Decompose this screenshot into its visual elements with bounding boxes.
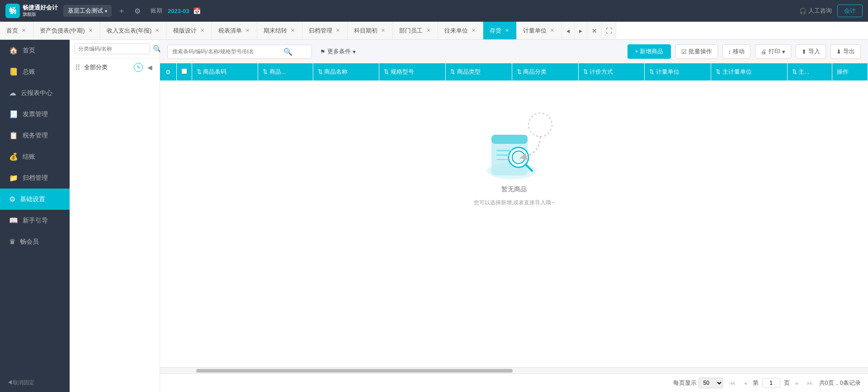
sidebar-item-ledger[interactable]: 📒 总账 <box>0 61 70 82</box>
sidebar-item-settle[interactable]: 💰 结账 <box>0 146 70 167</box>
tab-close-icon[interactable]: ✕ <box>21 27 27 34</box>
tab-unit[interactable]: 计量单位 ✕ <box>517 22 562 39</box>
category-all-item[interactable]: ⠿ 全部分类 ✎ ◀ <box>70 58 160 76</box>
col-unit[interactable]: ⇅ 计量单位 <box>645 63 711 80</box>
search-icon[interactable]: 🔍 <box>283 47 292 56</box>
empty-state: 暂无商品 您可以选择新增,或者直接导入哦~ <box>160 80 868 234</box>
tab-tax-list[interactable]: 税表清单 ✕ <box>212 22 257 39</box>
sidebar: 🏠 首页 📒 总账 ☁ 云报表中心 🧾 发票管理 📋 税务管理 💰 结账 📁 归… <box>0 40 70 392</box>
horizontal-scrollbar[interactable] <box>160 367 868 373</box>
table-area: 🔍 ⚑ 更多条件 ▾ + 新增商品 ☑ 批量操作 <box>160 40 868 392</box>
scrollbar-thumb[interactable] <box>196 369 513 373</box>
tab-label: 模版设计 <box>173 27 197 35</box>
move-button[interactable]: ↕ 移动 <box>722 44 751 59</box>
add-tab-button[interactable]: ＋ <box>115 5 128 18</box>
page-last-button[interactable]: ⏭ <box>805 378 816 387</box>
col-main-unit[interactable]: ⇅ 主计量单位 <box>711 63 788 80</box>
batch-operation-button[interactable]: ☑ 批量操作 <box>675 44 718 59</box>
sidebar-item-guide[interactable]: 📖 新手引导 <box>0 210 70 231</box>
tab-period-transfer[interactable]: 期末结转 ✕ <box>257 22 302 39</box>
tab-close-all-button[interactable]: ✕ <box>587 22 602 39</box>
table-settings-col[interactable]: ⚙ <box>160 63 176 80</box>
more-filter-button[interactable]: ⚑ 更多条件 ▾ <box>316 46 359 57</box>
tab-next-button[interactable]: ▸ <box>575 22 587 39</box>
export-button[interactable]: ⬇ 导出 <box>830 44 861 59</box>
tab-template[interactable]: 模版设计 ✕ <box>167 22 212 39</box>
sidebar-item-invoice[interactable]: 🧾 发票管理 <box>0 104 70 125</box>
tab-close-icon[interactable]: ✕ <box>88 27 94 34</box>
app-header: 畅 畅捷通好会计 旗舰版 基层工会测试 ▾ ＋ ⚙ 账期 2023-03 📅 🎧… <box>0 0 868 22</box>
col-type[interactable]: ⇅ 商品类型 <box>446 63 512 80</box>
tab-close-icon[interactable]: ✕ <box>290 27 296 34</box>
page-first-button[interactable]: ⏮ <box>727 378 738 387</box>
grid-icon: ⠿ <box>75 63 80 72</box>
tab-expand-button[interactable]: ⛶ <box>602 22 616 39</box>
product-search-input[interactable] <box>172 48 281 55</box>
tab-close-icon[interactable]: ✕ <box>471 27 476 34</box>
tab-close-icon[interactable]: ✕ <box>425 27 431 34</box>
category-collapse-button[interactable]: ◀ <box>146 63 154 72</box>
col-barcode[interactable]: ⇅ 商品条码 <box>192 63 258 80</box>
sidebar-label: 畅会员 <box>20 238 39 246</box>
sidebar-item-tax[interactable]: 📋 税务管理 <box>0 125 70 146</box>
sidebar-item-archive[interactable]: 📁 归档管理 <box>0 167 70 189</box>
tab-contacts[interactable]: 往来单位 ✕ <box>438 22 483 39</box>
sidebar-label: 税务管理 <box>23 132 48 140</box>
sidebar-unpin-button[interactable]: ◀取消固定 <box>0 373 70 392</box>
tab-label: 资产负债表(中期) <box>40 27 85 35</box>
col-price-method[interactable]: ⇅ 计价方式 <box>578 63 645 80</box>
tab-close-icon[interactable]: ✕ <box>380 27 386 34</box>
tab-inventory[interactable]: 存货 ✕ <box>483 22 517 39</box>
import-button[interactable]: ⬆ 导入 <box>796 44 826 59</box>
tab-close-icon[interactable]: ✕ <box>549 27 555 34</box>
company-selector[interactable]: 基层工会测试 ▾ <box>63 5 112 17</box>
tab-balance-sheet[interactable]: 资产负债表(中期) ✕ <box>33 22 100 39</box>
col-category[interactable]: ⇅ 商品分类 <box>512 63 578 80</box>
help-button[interactable]: 🎧 人工咨询 <box>799 7 832 15</box>
print-button[interactable]: 🖨 打印 ▾ <box>755 44 791 59</box>
calendar-icon[interactable]: 📅 <box>193 7 201 14</box>
tab-close-icon[interactable]: ✕ <box>504 27 510 34</box>
sidebar-item-basic-settings[interactable]: ⚙ 基础设置 <box>0 189 70 210</box>
tab-income[interactable]: 收入支出表(年报) ✕ <box>100 22 167 39</box>
select-all-checkbox[interactable] <box>181 68 187 74</box>
sidebar-label: 首页 <box>23 47 35 55</box>
sidebar-label: 发票管理 <box>23 110 48 118</box>
period-value: 2023-03 <box>168 8 189 14</box>
page-number-input[interactable] <box>762 378 780 388</box>
table-checkbox-col[interactable] <box>176 63 192 80</box>
page-next-button[interactable]: ▸ <box>793 378 801 387</box>
tab-close-icon[interactable]: ✕ <box>154 27 160 34</box>
page-suffix: 页 <box>784 379 790 387</box>
sidebar-label: 结账 <box>23 153 35 161</box>
period-label: 账期 <box>151 7 162 15</box>
add-product-button[interactable]: + 新增商品 <box>627 44 670 59</box>
per-page-select[interactable]: 10 20 50 100 <box>698 378 723 388</box>
chevron-down-icon: ▾ <box>782 48 785 55</box>
tab-label: 科目期初 <box>354 27 377 35</box>
member-icon: ♛ <box>9 237 15 246</box>
settings-button[interactable]: ⚙ <box>132 5 143 17</box>
col-code[interactable]: ⇅ 商品... <box>258 63 313 80</box>
tab-department[interactable]: 部门员工 ✕ <box>393 22 438 39</box>
category-search-input[interactable] <box>74 43 150 54</box>
col-spec[interactable]: ⇅ 规格型号 <box>379 63 446 80</box>
col-more[interactable]: ⇅ 主... <box>787 63 832 80</box>
tab-close-icon[interactable]: ✕ <box>335 27 341 34</box>
tab-archive[interactable]: 归档管理 ✕ <box>302 22 348 39</box>
tab-close-icon[interactable]: ✕ <box>199 27 205 34</box>
col-name[interactable]: ⇅ 商品名称 <box>313 63 379 80</box>
tab-home[interactable]: 首页 ✕ <box>0 22 33 39</box>
tab-close-icon[interactable]: ✕ <box>245 27 250 34</box>
tab-subject-init[interactable]: 科目期初 ✕ <box>348 22 393 39</box>
empty-subtitle: 您可以选择新增,或者直接导入哦~ <box>474 199 554 207</box>
category-edit-button[interactable]: ✎ <box>134 63 143 72</box>
sidebar-item-member[interactable]: ♛ 畅会员 <box>0 231 70 252</box>
page-prev-button[interactable]: ◂ <box>741 378 749 387</box>
sidebar-item-cloud-report[interactable]: ☁ 云报表中心 <box>0 82 70 104</box>
company-name: 基层工会测试 <box>68 7 103 15</box>
tab-prev-button[interactable]: ◂ <box>562 22 575 39</box>
sidebar-item-home[interactable]: 🏠 首页 <box>0 40 70 61</box>
svg-rect-2 <box>491 135 528 144</box>
account-button[interactable]: 会计 <box>837 5 863 17</box>
